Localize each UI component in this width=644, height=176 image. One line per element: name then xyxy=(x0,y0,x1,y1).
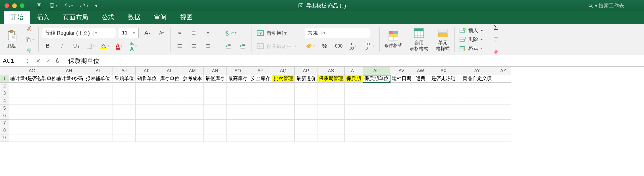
align-middle-icon[interactable] xyxy=(188,28,200,38)
row-header[interactable]: 9 xyxy=(0,134,9,142)
cell[interactable] xyxy=(9,127,55,134)
confirm-edit-icon[interactable]: ✓ xyxy=(46,58,51,64)
close-window-icon[interactable] xyxy=(5,3,9,8)
cell[interactable] xyxy=(181,105,204,112)
row-header[interactable]: 5 xyxy=(0,105,9,112)
cell[interactable] xyxy=(158,97,181,105)
cell[interactable]: 参考成本 xyxy=(181,75,204,83)
tab-公式[interactable]: 公式 xyxy=(95,11,121,24)
cell[interactable] xyxy=(158,105,181,112)
cell[interactable] xyxy=(204,120,227,127)
format-cells-button[interactable]: 格式▾ xyxy=(458,44,484,52)
cell[interactable] xyxy=(181,120,204,127)
cell[interactable] xyxy=(390,105,413,112)
column-header[interactable]: AZ xyxy=(495,67,511,75)
cell[interactable] xyxy=(495,83,511,90)
cell[interactable] xyxy=(9,97,55,105)
cell[interactable]: 采购单位 xyxy=(113,75,136,83)
cell[interactable] xyxy=(181,112,204,120)
column-header[interactable]: AY xyxy=(459,67,495,75)
cell[interactable] xyxy=(83,134,113,142)
cell[interactable] xyxy=(390,83,413,90)
search-input[interactable] xyxy=(599,3,638,9)
cell[interactable] xyxy=(136,83,158,90)
cell[interactable]: 销售单位 xyxy=(136,75,158,83)
column-header[interactable]: AK xyxy=(136,67,158,75)
cell[interactable] xyxy=(428,127,459,134)
cell[interactable] xyxy=(413,83,428,90)
cell[interactable] xyxy=(317,112,345,120)
cell[interactable] xyxy=(413,127,428,134)
tab-审阅[interactable]: 审阅 xyxy=(147,11,173,24)
cell[interactable]: 辅计量4是否包装单位 xyxy=(9,75,55,83)
column-header[interactable]: AO xyxy=(227,67,249,75)
minimize-window-icon[interactable] xyxy=(12,3,17,8)
cell[interactable] xyxy=(113,120,136,127)
cell[interactable] xyxy=(136,105,158,112)
cell[interactable] xyxy=(136,90,158,97)
merge-center-button[interactable]: 合并后居中 ▾ xyxy=(255,41,298,51)
font-color-button[interactable]: A▾ xyxy=(113,41,124,51)
cell[interactable] xyxy=(317,97,345,105)
cell[interactable]: 商品自定义项 xyxy=(459,75,495,83)
tab-视图[interactable]: 视图 xyxy=(173,11,200,24)
cut-icon[interactable] xyxy=(23,23,35,33)
cell[interactable] xyxy=(272,120,295,127)
cell[interactable] xyxy=(113,134,136,142)
cell[interactable] xyxy=(390,97,413,105)
decrease-indent-icon[interactable] xyxy=(223,41,234,51)
autosum-icon[interactable]: Σ xyxy=(491,22,502,33)
cell[interactable] xyxy=(227,83,249,90)
cell[interactable] xyxy=(55,97,83,105)
cell[interactable] xyxy=(345,90,363,97)
cell[interactable] xyxy=(83,127,113,134)
cell[interactable] xyxy=(390,112,413,120)
cell[interactable] xyxy=(227,97,249,105)
name-box[interactable]: AU1 ▴▾ xyxy=(0,55,31,66)
column-header[interactable]: AW xyxy=(413,67,428,75)
orientation-icon[interactable]: ab↗▾ xyxy=(223,28,238,38)
cell[interactable] xyxy=(495,127,511,134)
cell[interactable] xyxy=(345,127,363,134)
fill-icon[interactable] xyxy=(491,34,502,45)
cell[interactable] xyxy=(272,127,295,134)
insert-cells-button[interactable]: 插入▾ xyxy=(458,27,484,34)
row-header[interactable]: 6 xyxy=(0,112,9,120)
cell[interactable]: 库存单位 xyxy=(158,75,181,83)
cell[interactable] xyxy=(295,90,317,97)
cell[interactable] xyxy=(204,97,227,105)
cell[interactable] xyxy=(113,97,136,105)
cell[interactable] xyxy=(249,105,272,112)
increase-indent-icon[interactable] xyxy=(237,41,248,51)
cell[interactable] xyxy=(55,120,83,127)
cell[interactable] xyxy=(295,112,317,120)
column-header[interactable]: AV xyxy=(390,67,413,75)
cell[interactable]: 最高库存 xyxy=(227,75,249,83)
cell[interactable] xyxy=(345,105,363,112)
cell[interactable] xyxy=(459,127,495,134)
cell[interactable] xyxy=(9,134,55,142)
align-left-icon[interactable] xyxy=(174,41,185,51)
cell[interactable] xyxy=(413,120,428,127)
cell[interactable] xyxy=(158,120,181,127)
tab-开始[interactable]: 开始 xyxy=(4,11,30,24)
cell[interactable] xyxy=(428,105,459,112)
delete-cells-button[interactable]: 删除▾ xyxy=(458,36,484,43)
cell[interactable] xyxy=(204,83,227,90)
comma-icon[interactable]: 000 xyxy=(333,41,344,51)
cell[interactable] xyxy=(227,112,249,120)
cell[interactable] xyxy=(9,112,55,120)
search-box[interactable]: ▾ xyxy=(588,3,644,9)
cell[interactable]: 批次管理 xyxy=(272,75,295,83)
cell[interactable] xyxy=(363,90,390,97)
cell[interactable] xyxy=(136,127,158,134)
cell[interactable] xyxy=(295,97,317,105)
cell[interactable] xyxy=(158,127,181,134)
font-name-dropdown[interactable]: 等线 Regular (正文) ▾ xyxy=(42,28,116,38)
row-header[interactable]: 8 xyxy=(0,127,9,134)
cell[interactable] xyxy=(83,105,113,112)
cell[interactable] xyxy=(158,90,181,97)
cell[interactable] xyxy=(428,112,459,120)
italic-button[interactable]: I xyxy=(56,41,68,51)
cell[interactable]: 建档日期 xyxy=(390,75,413,83)
